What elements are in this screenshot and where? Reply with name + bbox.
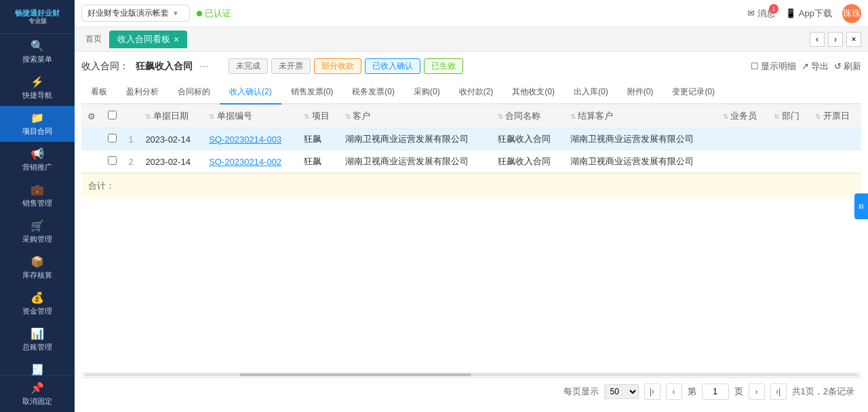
sidebar-label-8: 总账管理 [22, 342, 52, 352]
tab-close-icon[interactable]: × [174, 34, 179, 45]
row-salesperson-0 [717, 128, 769, 151]
topbar-right: ✉ 消息 1 📱 App下载 珠珠 [747, 4, 861, 23]
subtab-9[interactable]: 出入库(0) [564, 81, 618, 105]
sidebar-label-5: 采购管理 [22, 234, 52, 244]
sidebar-item-1[interactable]: ⚡快捷导航 [0, 70, 75, 106]
row-settings-0[interactable] [81, 128, 102, 151]
project-header[interactable]: ⇅ 项目 [298, 105, 340, 128]
sidebar: 畅捷通好业财 专业版 🔍搜索菜单⚡快捷导航📁项目合同📢营销推广💼销售管理🛒采购管… [0, 0, 75, 412]
sidebar-icon-2: 📁 [31, 111, 44, 124]
customer-header[interactable]: ⇅ 客户 [340, 105, 492, 128]
contract-actions: ☐ 显示明细 ↗ 导出 ↺ 刷新 [751, 60, 861, 73]
per-page-select[interactable]: 50 20 100 [604, 384, 639, 399]
first-page-btn[interactable]: |‹ [644, 383, 660, 400]
row-customer-1: 湖南卫视商业运营发展有限公司 [340, 151, 492, 173]
table-row[interactable]: 2 2023-02-14 SQ-20230214-002 狂飙 湖南卫视商业运营… [81, 151, 861, 173]
subtab-4[interactable]: 销售发票(0) [281, 81, 343, 105]
row-contract-1: 狂飙收入合同 [492, 151, 565, 173]
settings-header[interactable]: ⚙ [81, 105, 102, 128]
status-partial[interactable]: 部分收款 [314, 58, 361, 74]
subtab-8[interactable]: 其他收支(0) [502, 81, 564, 105]
contract-header[interactable]: ⇅ 合同名称 [492, 105, 565, 128]
subtab-10[interactable]: 附件(0) [618, 81, 663, 105]
table-footer: 合计： [81, 173, 861, 198]
page: 收入合同： 狂飙收入合同 ··· 未完成 未开票 部分收款 已收入确认 已生效 … [75, 52, 868, 412]
row-settings-1[interactable] [81, 151, 102, 173]
row-checkbox-1[interactable] [102, 151, 122, 173]
invoice-sort-icon: ⇅ [815, 113, 821, 120]
subtab-2[interactable]: 合同标的 [168, 81, 220, 105]
active-tab[interactable]: 收入合同看板 × [109, 31, 187, 48]
table-container[interactable]: ⚙ ⇅ 单据日期 ⇅ 单据编号 ⇅ 项目 ⇅ 客户 ⇅ 合同名称 ⇅ 结算客户 … [81, 105, 861, 372]
subtab-5[interactable]: 税务发票(0) [342, 81, 404, 105]
sidebar-item-9[interactable]: 🧾发票管理 [0, 358, 75, 375]
table-row[interactable]: 1 2023-02-14 SQ-20230214-003 狂飙 湖南卫视商业运营… [81, 128, 861, 151]
sidebar-item-6[interactable]: 📦库存核算 [0, 250, 75, 286]
subtab-0[interactable]: 看板 [81, 81, 117, 105]
message-action[interactable]: ✉ 消息 1 [747, 7, 775, 20]
message-icon: ✉ [747, 8, 755, 18]
scrollbar-thumb[interactable] [239, 373, 471, 376]
tab-prev-btn[interactable]: ‹ [810, 32, 825, 47]
status-confirmed[interactable]: 已收入确认 [365, 58, 420, 74]
invoice-date-header[interactable]: ⇅ 开票日 [810, 105, 861, 128]
sidebar-item-2[interactable]: 📁项目合同 [0, 106, 75, 142]
row-number-0[interactable]: SQ-20230214-003 [203, 128, 298, 151]
export-btn[interactable]: ↗ 导出 [802, 60, 829, 73]
salesperson-sort-icon: ⇅ [723, 113, 728, 120]
right-panel-tab[interactable]: ≡ [854, 193, 868, 219]
row-number-1[interactable]: SQ-20230214-002 [203, 151, 298, 173]
total-info: 共1页，2条记录 [792, 386, 854, 398]
subtab-3[interactable]: 收入确认(2) [220, 81, 281, 105]
subtab-6[interactable]: 采购(0) [404, 81, 450, 105]
certified-label: 已认证 [205, 7, 231, 20]
row-num-0: 1 [122, 128, 140, 151]
sidebar-item-pin[interactable]: 📌 取消固定 [0, 375, 75, 412]
sidebar-item-0[interactable]: 🔍搜索菜单 [0, 34, 75, 70]
download-icon: 📱 [785, 8, 796, 18]
per-page-label: 每页显示 [564, 386, 599, 398]
status-effective[interactable]: 已生效 [424, 58, 463, 74]
status-incomplete[interactable]: 未完成 [229, 58, 268, 74]
subtab-7[interactable]: 收付款(2) [450, 81, 503, 105]
checkbox-header[interactable] [102, 105, 122, 128]
contract-more-icon[interactable]: ··· [199, 60, 208, 73]
page-input[interactable] [702, 383, 729, 400]
sidebar-item-8[interactable]: 📊总账管理 [0, 322, 75, 358]
row-salesperson-1 [717, 151, 769, 173]
select-all-checkbox[interactable] [108, 111, 117, 119]
refresh-btn[interactable]: ↺ 刷新 [834, 60, 861, 73]
department-header[interactable]: ⇅ 部门 [768, 105, 810, 128]
row-invoice-date-1 [810, 151, 861, 173]
row-checkbox-0[interactable] [102, 128, 122, 151]
subtab-11[interactable]: 变更记录(0) [663, 81, 724, 105]
pagination: 每页显示 50 20 100 |‹ ‹ 第 页 › ›| 共1页，2条记录 [81, 377, 861, 405]
next-page-btn[interactable]: › [749, 383, 765, 400]
app-subtitle: 专业版 [15, 18, 60, 26]
prev-page-btn[interactable]: ‹ [666, 383, 682, 400]
salesperson-header[interactable]: ⇅ 业务员 [717, 105, 769, 128]
sidebar-icon-3: 📢 [31, 147, 44, 160]
app-download-action[interactable]: 📱 App下载 [785, 7, 832, 20]
sidebar-item-5[interactable]: 🛒采购管理 [0, 214, 75, 250]
sidebar-label-4: 销售管理 [22, 198, 52, 208]
sidebar-item-4[interactable]: 💼销售管理 [0, 178, 75, 214]
sidebar-item-7[interactable]: 💰资金管理 [0, 286, 75, 322]
horizontal-scrollbar[interactable] [81, 372, 861, 377]
company-selector[interactable]: 好业财专业版演示帐套 ▼ [81, 5, 190, 22]
sidebar-item-3[interactable]: 📢营销推广 [0, 142, 75, 178]
date-header[interactable]: ⇅ 单据日期 [140, 105, 203, 128]
status-unopened[interactable]: 未开票 [271, 58, 311, 74]
number-header[interactable]: ⇅ 单据编号 [203, 105, 298, 128]
status-tags: 未完成 未开票 部分收款 已收入确认 已生效 [229, 58, 463, 74]
user-avatar[interactable]: 珠珠 [842, 4, 861, 23]
sidebar-label-1: 快捷导航 [22, 90, 52, 100]
last-page-btn[interactable]: ›| [770, 383, 787, 400]
show-detail-btn[interactable]: ☐ 显示明细 [751, 60, 796, 73]
home-tab[interactable]: 首页 [81, 31, 106, 47]
settled-header[interactable]: ⇅ 结算客户 [565, 105, 717, 128]
sidebar-icon-4: 💼 [31, 183, 44, 196]
subtab-1[interactable]: 盈利分析 [117, 81, 168, 105]
tab-close-all-btn[interactable]: × [846, 32, 861, 47]
tab-next-btn[interactable]: › [828, 32, 843, 47]
